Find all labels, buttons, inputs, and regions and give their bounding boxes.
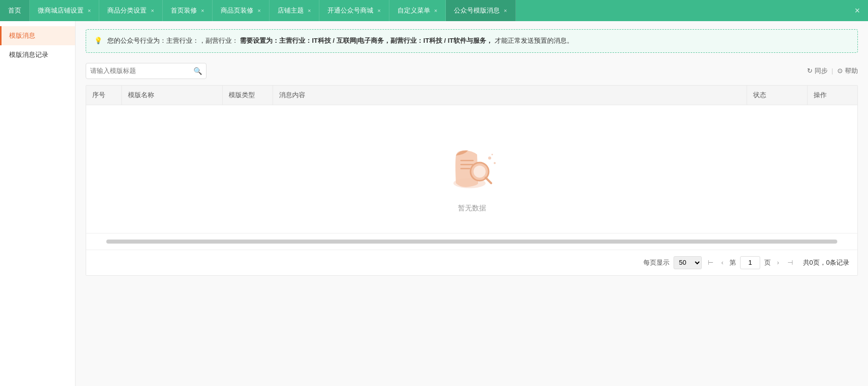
col-header-type: 模版类型 [222, 86, 273, 105]
table-header-row: 序号 模版名称 模版类型 消息内容 状态 操作 [86, 86, 857, 105]
tab-custom-menu-close[interactable]: × [434, 8, 437, 14]
empty-state: 暂无数据 [86, 105, 857, 233]
tab-template-msg-label: 公众号模版消息 [454, 6, 500, 15]
top-nav: 首页 微商城店铺设置 × 商品分类设置 × 首页装修 × 商品页装修 × 店铺主… [0, 0, 868, 21]
search-bar: 🔍 ↻ 同步 | ⊙ 帮助 [86, 63, 858, 79]
main-layout: 模版消息 模版消息记录 💡 您的公众号行业为：主营行业：，副营行业： 需要设置为… [0, 21, 868, 386]
tab-store-theme[interactable]: 店铺主题 × [270, 0, 319, 21]
page-input[interactable] [740, 256, 760, 269]
tab-wsc-store[interactable]: 微商城店铺设置 × [30, 0, 99, 21]
search-icon[interactable]: 🔍 [193, 67, 202, 75]
col-header-content: 消息内容 [273, 86, 747, 105]
tab-product-category[interactable]: 商品分类设置 × [99, 0, 162, 21]
tab-product-category-close[interactable]: × [151, 8, 154, 14]
svg-point-9 [491, 153, 493, 155]
sync-button[interactable]: ↻ 同步 [807, 66, 828, 75]
svg-point-7 [488, 157, 491, 160]
tab-custom-menu-label: 自定义菜单 [397, 6, 430, 15]
help-button[interactable]: ⊙ 帮助 [837, 66, 858, 75]
tab-product-deco[interactable]: 商品页装修 × [213, 0, 269, 21]
page-suffix: 页 [764, 258, 771, 267]
sidebar-item-template-msg[interactable]: 模版消息 [0, 26, 75, 45]
empty-illustration [442, 135, 502, 196]
tab-home-deco[interactable]: 首页装修 × [163, 0, 213, 21]
col-header-action: 操作 [807, 86, 857, 105]
close-all-button[interactable]: × [846, 6, 868, 16]
tab-store-theme-label: 店铺主题 [278, 6, 304, 15]
tab-home-deco-label: 首页装修 [171, 6, 197, 15]
tab-home[interactable]: 首页 [0, 0, 30, 21]
notice-box: 💡 您的公众号行业为：主营行业：，副营行业： 需要设置为：主营行业：IT科技 /… [86, 29, 858, 53]
notice-highlight: 需要设置为：主营行业：IT科技 / 互联网|电子商务，副营行业：IT科技 / I… [240, 37, 493, 44]
svg-point-8 [494, 162, 496, 164]
tab-product-deco-close[interactable]: × [257, 8, 260, 14]
notice-prefix: 您的公众号行业为：主营行业：，副营行业： [107, 37, 238, 44]
sync-icon: ↻ [807, 67, 813, 74]
divider: | [832, 67, 833, 74]
tab-template-msg-close[interactable]: × [504, 8, 507, 14]
data-table: 序号 模版名称 模版类型 消息内容 状态 操作 [86, 86, 857, 234]
col-header-name: 模版名称 [121, 86, 222, 105]
col-header-status: 状态 [747, 86, 807, 105]
search-actions: ↻ 同步 | ⊙ 帮助 [807, 66, 858, 75]
notice-suffix: 才能正常发送预置的消息。 [495, 37, 573, 44]
sidebar: 模版消息 模版消息记录 [0, 21, 76, 386]
tab-template-msg[interactable]: 公众号模版消息 × [446, 0, 515, 21]
page-label: 第 [729, 258, 736, 267]
tab-open-mall-label: 开通公众号商城 [327, 6, 373, 15]
pagination: 每页显示 50 10 20 100 ⊢ ‹ 第 页 › ⊣ 共0页，0条记录 [86, 250, 857, 275]
svg-point-5 [474, 166, 486, 178]
tab-wsc-store-label: 微商城店铺设置 [38, 6, 84, 15]
help-label: 帮助 [845, 66, 858, 75]
tab-home-deco-close[interactable]: × [201, 8, 204, 14]
sidebar-item-template-msg-record-label: 模版消息记录 [9, 51, 48, 58]
table-body: 暂无数据 [86, 105, 857, 233]
tab-product-deco-label: 商品页装修 [221, 6, 253, 15]
page-size-select[interactable]: 50 10 20 100 [674, 256, 702, 269]
sync-label: 同步 [815, 66, 828, 75]
tab-home-label: 首页 [8, 6, 21, 15]
help-icon: ⊙ [837, 67, 843, 74]
sidebar-item-template-msg-record[interactable]: 模版消息记录 [0, 45, 75, 64]
scrollbar-track[interactable] [106, 240, 837, 244]
tab-store-theme-close[interactable]: × [308, 8, 311, 14]
scrollbar-area[interactable] [86, 234, 857, 250]
tab-open-mall[interactable]: 开通公众号商城 × [319, 0, 389, 21]
page-total: 共0页，0条记录 [803, 258, 849, 267]
svg-line-6 [486, 178, 491, 183]
col-header-index: 序号 [86, 86, 121, 105]
empty-row: 暂无数据 [86, 105, 857, 233]
tab-product-category-label: 商品分类设置 [107, 6, 147, 15]
prev-page-btn[interactable]: ‹ [719, 258, 725, 267]
page-size-label: 每页显示 [643, 258, 670, 267]
content-area: 💡 您的公众号行业为：主营行业：，副营行业： 需要设置为：主营行业：IT科技 /… [76, 21, 868, 386]
tab-custom-menu[interactable]: 自定义菜单 × [389, 0, 446, 21]
search-input-wrap[interactable]: 🔍 [86, 63, 207, 79]
first-page-btn[interactable]: ⊢ [706, 258, 715, 267]
last-page-btn[interactable]: ⊣ [785, 258, 795, 267]
tab-wsc-store-close[interactable]: × [88, 8, 91, 14]
bulb-icon: 💡 [94, 37, 102, 44]
tab-open-mall-close[interactable]: × [377, 8, 380, 14]
sidebar-item-template-msg-label: 模版消息 [9, 32, 35, 39]
empty-text: 暂无数据 [458, 204, 486, 213]
table-container: 序号 模版名称 模版类型 消息内容 状态 操作 [86, 85, 858, 276]
next-page-btn[interactable]: › [775, 258, 781, 267]
search-input[interactable] [90, 67, 191, 74]
